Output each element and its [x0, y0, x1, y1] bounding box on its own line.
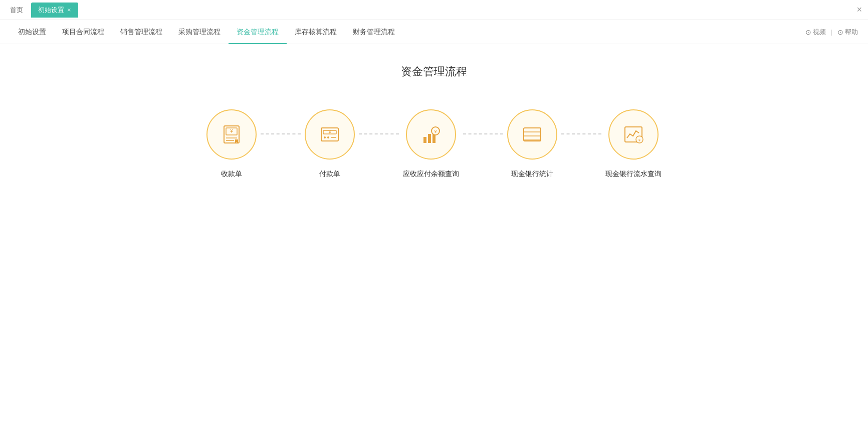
- flow-item-bank-stat[interactable]: 现金银行统计: [507, 109, 557, 179]
- receipt-label: 收款单: [221, 170, 242, 179]
- nav-item-capital[interactable]: 资金管理流程: [229, 20, 287, 44]
- nav-item-init[interactable]: 初始设置: [10, 20, 54, 44]
- svg-rect-12: [428, 134, 431, 143]
- bank-flow-icon: ¥: [621, 122, 646, 147]
- balance-label: 应收应付余额查询: [403, 170, 459, 179]
- connector-2: [355, 109, 403, 134]
- bank-stat-label: 现金银行统计: [511, 170, 553, 179]
- payment-icon-wrapper: ¥: [305, 109, 355, 160]
- svg-rect-16: [524, 128, 541, 141]
- active-tab-label: 初始设置: [38, 6, 64, 15]
- balance-icon-wrapper: ¥: [406, 109, 456, 160]
- nav-right: ⊙ 视频 | ⊙ 帮助: [805, 28, 858, 37]
- receipt-icon: ¥: [219, 122, 244, 147]
- connector-3: [459, 109, 507, 134]
- page-title: 资金管理流程: [10, 64, 858, 79]
- nav-item-inventory[interactable]: 库存核算流程: [287, 20, 345, 44]
- svg-text:¥: ¥: [638, 138, 640, 142]
- flow-item-bank-flow[interactable]: ¥ 现金银行流水查询: [605, 109, 662, 179]
- payment-label: 付款单: [319, 170, 340, 179]
- svg-point-8: [324, 136, 326, 138]
- balance-icon: ¥: [418, 122, 444, 147]
- nav-item-project[interactable]: 项目合同流程: [54, 20, 112, 44]
- bank-flow-label: 现金银行流水查询: [605, 170, 662, 179]
- receipt-icon-wrapper: ¥: [206, 109, 257, 160]
- video-link[interactable]: ⊙ 视频: [805, 28, 826, 37]
- svg-rect-11: [423, 137, 426, 143]
- bank-stat-icon-wrapper: [507, 109, 557, 160]
- bank-flow-icon-wrapper: ¥: [608, 109, 659, 160]
- connector-1: [257, 109, 305, 134]
- help-link[interactable]: ⊙ 帮助: [837, 28, 858, 37]
- svg-text:¥: ¥: [433, 129, 437, 134]
- nav-item-purchase[interactable]: 采购管理流程: [170, 20, 229, 44]
- play-icon: ⊙: [805, 28, 811, 36]
- svg-text:¥: ¥: [328, 129, 331, 134]
- svg-text:¥: ¥: [230, 128, 233, 134]
- top-bar: 首页 初始设置 × ×: [0, 0, 868, 20]
- flow-item-payment[interactable]: ¥ 付款单: [305, 109, 355, 179]
- help-icon: ⊙: [837, 28, 843, 36]
- nav-item-finance[interactable]: 财务管理流程: [345, 20, 403, 44]
- nav-item-sales[interactable]: 销售管理流程: [112, 20, 170, 44]
- svg-point-9: [327, 136, 329, 138]
- main-content: 资金管理流程 ¥ 收款单: [0, 44, 868, 444]
- nav-bar: 初始设置 项目合同流程 销售管理流程 采购管理流程 资金管理流程 库存核算流程 …: [0, 20, 868, 44]
- bank-stat-icon: [520, 122, 545, 147]
- payment-icon: ¥: [317, 122, 342, 147]
- home-tab[interactable]: 首页: [6, 6, 27, 15]
- flow-item-balance[interactable]: ¥ 应收应付余额查询: [403, 109, 459, 179]
- window-close-icon[interactable]: ×: [856, 5, 862, 15]
- tab-close-icon[interactable]: ×: [67, 6, 71, 14]
- active-tab[interactable]: 初始设置 ×: [31, 3, 78, 18]
- connector-4: [557, 109, 605, 134]
- flow-container: ¥ 收款单 ¥: [10, 109, 858, 179]
- flow-item-receipt[interactable]: ¥ 收款单: [206, 109, 257, 179]
